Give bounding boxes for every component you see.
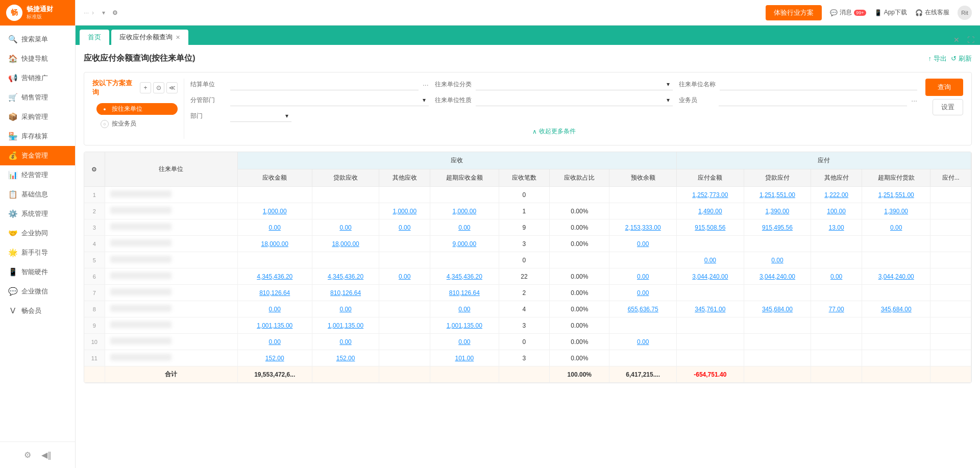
settlement-dots[interactable]: ···: [423, 81, 429, 89]
row-ar-loan[interactable]: 152.00: [312, 350, 379, 366]
user-avatar[interactable]: Rit: [958, 6, 972, 20]
row-ap-overdue[interactable]: 3,044,240.00: [862, 268, 930, 285]
breadcrumb-dropdown[interactable]: ▾: [102, 9, 105, 16]
tab-ar-query[interactable]: 应收应付余额查询 ✕: [111, 30, 188, 45]
row-ar-amount[interactable]: 1,000.00: [237, 203, 312, 219]
row-ar-overdue[interactable]: 0.00: [430, 301, 499, 317]
add-scheme-button[interactable]: +: [140, 82, 151, 93]
salesperson-dots[interactable]: ···: [911, 96, 917, 105]
row-ar-amount[interactable]: 4,345,436.20: [237, 268, 312, 285]
row-prepay[interactable]: 0.00: [609, 236, 677, 252]
row-ap-other[interactable]: 100.00: [811, 203, 862, 219]
row-ar-loan[interactable]: 4,345,436.20: [312, 268, 379, 285]
sidebar-item-search[interactable]: 🔍 搜索菜单: [0, 30, 75, 49]
row-ap-overdue[interactable]: 0.00: [862, 219, 930, 236]
row-ar-loan[interactable]: 0.00: [312, 301, 379, 317]
dept-select[interactable]: ▾: [230, 94, 429, 106]
row-ap-other[interactable]: 77.00: [811, 301, 862, 317]
row-ap-loan[interactable]: 1,390.00: [744, 203, 811, 219]
table-scroll-area[interactable]: ⚙ 往来单位 应收 应付 应收金额 贷款应收 其他应收 超期应收金额 应收笔数: [84, 152, 971, 383]
salesperson-input[interactable]: [719, 94, 907, 106]
row-prepay[interactable]: 0.00: [609, 334, 677, 350]
row-ar-loan[interactable]: 0.00: [312, 334, 379, 350]
row-ar-other[interactable]: 0.00: [379, 268, 430, 285]
message-button[interactable]: 💬 消息 99+: [830, 8, 866, 17]
row-ar-other[interactable]: 0.00: [379, 219, 430, 236]
table-settings-icon[interactable]: ⚙: [91, 166, 97, 173]
row-ap-amount[interactable]: 1,252,773.00: [676, 187, 744, 203]
row-ar-loan[interactable]: 0.00: [312, 219, 379, 236]
row-ap-amount[interactable]: 0.00: [676, 252, 744, 268]
edit-scheme-button[interactable]: ⊙: [153, 82, 164, 93]
row-prepay[interactable]: 0.00: [609, 285, 677, 301]
row-ar-amount[interactable]: 0.00: [237, 334, 312, 350]
sidebar-item-marketing[interactable]: 📢 营销推广: [0, 68, 75, 88]
row-ap-overdue[interactable]: 345,684.00: [862, 301, 930, 317]
row-ap-loan[interactable]: 0.00: [744, 252, 811, 268]
export-button[interactable]: ↑ 导出: [928, 54, 947, 63]
row-ap-other[interactable]: 1,222.00: [811, 187, 862, 203]
collapse-scheme-button[interactable]: ≪: [166, 82, 178, 93]
app-download-button[interactable]: 📱 App下载: [874, 8, 907, 17]
query-button[interactable]: 查询: [925, 79, 963, 96]
sidebar-item-base[interactable]: 📋 基础信息: [0, 185, 75, 204]
row-ap-loan[interactable]: 915,495.56: [744, 219, 811, 236]
sidebar-item-inventory[interactable]: 🏪 库存核算: [0, 127, 75, 146]
setting-button[interactable]: 设置: [933, 99, 963, 115]
row-ap-amount[interactable]: 1,490.00: [676, 203, 744, 219]
sidebar-item-enterprise[interactable]: 🤝 企业协同: [0, 224, 75, 243]
row-ap-loan[interactable]: 1,251,551.00: [744, 187, 811, 203]
row-ar-loan[interactable]: 1,001,135.00: [312, 317, 379, 334]
close-window-button[interactable]: ✕: [951, 35, 962, 45]
row-ap-amount[interactable]: 915,508.56: [676, 219, 744, 236]
row-ap-other[interactable]: 13.00: [811, 219, 862, 236]
settings-icon[interactable]: ⚙: [24, 450, 31, 460]
row-ar-amount[interactable]: 0.00: [237, 301, 312, 317]
row-ar-amount[interactable]: 810,126.64: [237, 285, 312, 301]
sidebar-item-wechat[interactable]: 💬 企业微信: [0, 282, 75, 301]
row-ar-overdue[interactable]: 0.00: [430, 219, 499, 236]
collapse-icon[interactable]: ◀‖: [41, 450, 52, 460]
filter-option-company[interactable]: ● 按往来单位: [96, 103, 178, 115]
filter-option-salesperson[interactable]: ○ 按业务员: [96, 118, 178, 130]
row-ar-loan[interactable]: 18,000.00: [312, 236, 379, 252]
maximize-window-button[interactable]: ⛶: [966, 35, 976, 45]
tab-close-icon[interactable]: ✕: [176, 34, 180, 41]
row-prepay[interactable]: 655,636.75: [609, 301, 677, 317]
row-ap-amount[interactable]: 345,761.00: [676, 301, 744, 317]
refresh-button[interactable]: ↺ 刷新: [951, 54, 972, 63]
row-ap-other[interactable]: 0.00: [811, 268, 862, 285]
sidebar-item-device[interactable]: 📱 智能硬件: [0, 262, 75, 282]
row-ar-loan[interactable]: 810,126.64: [312, 285, 379, 301]
sidebar-item-business[interactable]: 📊 经营管理: [0, 165, 75, 185]
solution-button[interactable]: 体验行业方案: [766, 5, 822, 20]
sidebar-item-quick[interactable]: 🏠 快捷导航: [0, 49, 75, 68]
sidebar-item-guide[interactable]: 🌟 新手引导: [0, 243, 75, 262]
department-select[interactable]: ▾: [230, 110, 291, 122]
category-select[interactable]: ▾: [476, 79, 673, 90]
gear-icon[interactable]: ⚙: [112, 9, 118, 16]
row-ap-overdue[interactable]: 1,251,551.00: [862, 187, 930, 203]
company-name-input[interactable]: [720, 79, 917, 90]
row-ap-loan[interactable]: 345,684.00: [744, 301, 811, 317]
nature-select[interactable]: ▾: [476, 94, 673, 106]
row-ap-overdue[interactable]: 1,390.00: [862, 203, 930, 219]
row-ar-overdue[interactable]: 9,000.00: [430, 236, 499, 252]
row-ar-overdue[interactable]: 4,345,436.20: [430, 268, 499, 285]
sidebar-item-sales[interactable]: 🛒 销售管理: [0, 88, 75, 107]
row-ar-amount[interactable]: 1,001,135.00: [237, 317, 312, 334]
row-prepay[interactable]: 2,153,333.00: [609, 219, 677, 236]
sidebar-item-member[interactable]: Ⅴ 畅会员: [0, 301, 75, 321]
row-ar-overdue[interactable]: 101.00: [430, 350, 499, 366]
row-ar-amount[interactable]: 152.00: [237, 350, 312, 366]
row-prepay[interactable]: 0.00: [609, 268, 677, 285]
row-ar-amount[interactable]: 18,000.00: [237, 236, 312, 252]
row-ar-other[interactable]: 1,000.00: [379, 203, 430, 219]
row-ar-overdue[interactable]: 1,001,135.00: [430, 317, 499, 334]
row-ar-overdue[interactable]: 0.00: [430, 334, 499, 350]
settlement-input[interactable]: [230, 79, 419, 90]
sidebar-item-system[interactable]: ⚙️ 系统管理: [0, 204, 75, 224]
row-ap-amount[interactable]: 3,044,240.00: [676, 268, 744, 285]
row-ar-overdue[interactable]: 810,126.64: [430, 285, 499, 301]
filter-collapse-button[interactable]: ∧ 收起更多条件: [190, 124, 917, 139]
